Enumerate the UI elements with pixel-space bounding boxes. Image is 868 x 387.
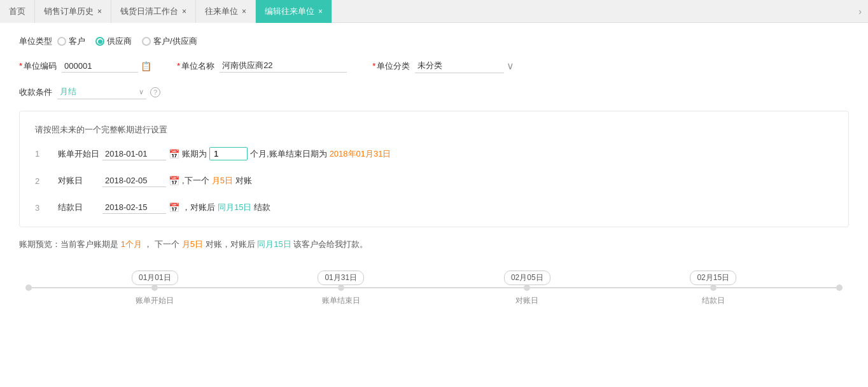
timeline-badge-2: 01月31日 xyxy=(318,271,364,285)
unit-category-select[interactable]: 未分类 ∨ xyxy=(415,59,529,73)
payment-date-cal[interactable]: 📅 xyxy=(169,202,179,213)
close-tab-sales-order-history[interactable]: × xyxy=(97,7,102,16)
unit-type-label: 单位类型 xyxy=(19,36,52,47)
tab-edit-partner[interactable]: 编辑往来单位 × xyxy=(256,0,332,23)
unit-category-star: * xyxy=(372,61,375,71)
tabs-scroll-arrow[interactable]: › xyxy=(852,6,868,17)
period-row-1-suffix: 账期为 xyxy=(182,148,207,160)
timeline-line-4 xyxy=(530,287,710,288)
timeline-node-2: 01月31日 账单结束日 xyxy=(338,285,344,291)
close-tab-edit-partner[interactable]: × xyxy=(318,7,323,16)
reconcile-day-highlight: 月5日 xyxy=(212,175,233,186)
unit-name-input[interactable] xyxy=(220,60,347,73)
timeline-node-3: 02月05日 对账日 xyxy=(524,285,530,291)
timeline-circle-1 xyxy=(151,285,158,291)
payment-terms-field: 收款条件 月结 ∨ ? xyxy=(19,85,160,99)
tab-cash-reconcile[interactable]: 钱货日清工作台 × xyxy=(111,0,196,23)
radio-label-customer: 客户 xyxy=(69,36,85,47)
reconcile-date-cal[interactable]: 📅 xyxy=(169,176,179,186)
timeline-circle-3 xyxy=(524,285,530,291)
period-months-input[interactable] xyxy=(209,147,248,160)
timeline: 01月01日 账单开始日 01月31日 账单结束日 02月05日 对账日 0 xyxy=(25,285,843,291)
unit-info-row: * 单位编码 📋 * 单位名称 * 单位分类 未分类 ∨ xyxy=(19,59,849,73)
radio-label-customer-supplier: 客户/供应商 xyxy=(153,36,197,47)
main-content: 单位类型 客户 供应商 客户/供应商 * 单位编码 xyxy=(0,23,868,387)
period-title: 请按照未来的一个完整帐期进行设置 xyxy=(35,124,833,136)
payment-terms-help[interactable]: ? xyxy=(150,87,160,97)
timeline-sublabel-3: 对账日 xyxy=(515,295,538,306)
unit-code-input[interactable] xyxy=(62,60,138,73)
period-row-1-unit: 个月,账单结束日期为 xyxy=(250,148,327,160)
close-tab-cash-reconcile[interactable]: × xyxy=(182,7,186,16)
timeline-start-circle xyxy=(25,285,32,291)
payment-date-input[interactable] xyxy=(102,201,166,214)
radio-circle-supplier xyxy=(95,37,104,46)
period-row-1: 1 账单开始日 📅 账期为 个月,账单结束日期为 2018年01月31日 xyxy=(35,147,833,160)
unit-code-field: * 单位编码 📋 xyxy=(19,60,151,73)
timeline-sublabel-1: 账单开始日 xyxy=(136,295,174,306)
period-row-3-suffix: 结款 xyxy=(254,202,270,213)
timeline-line-3 xyxy=(344,287,524,288)
unit-code-label: 单位编码 xyxy=(24,60,57,72)
tab-partner-units[interactable]: 往来单位 × xyxy=(196,0,256,23)
tabs-bar: 首页 销售订单历史 × 钱货日清工作台 × 往来单位 × 编辑往来单位 × › xyxy=(0,0,868,23)
timeline-node-1: 01月01日 账单开始日 xyxy=(151,285,158,291)
preview-payment-highlight: 同月15日 xyxy=(257,239,291,249)
period-start-date-cal[interactable]: 📅 xyxy=(169,149,179,159)
timeline-badge-1: 01月01日 xyxy=(132,271,178,285)
radio-supplier[interactable]: 供应商 xyxy=(95,36,132,47)
radio-customer-supplier[interactable]: 客户/供应商 xyxy=(142,36,197,47)
timeline-circle-4 xyxy=(710,285,717,291)
timeline-line-1 xyxy=(32,287,151,288)
preview-payment-suffix: 该客户会给我打款。 xyxy=(293,239,368,249)
timeline-end-circle xyxy=(836,285,843,291)
period-row-2-label: 对账日 xyxy=(58,175,102,186)
preview-reconcile-highlight: 月5日 xyxy=(182,239,203,249)
tab-home[interactable]: 首页 xyxy=(0,0,35,23)
timeline-start-dot xyxy=(25,285,32,291)
unit-category-label: 单位分类 xyxy=(377,60,410,72)
unit-name-label: 单位名称 xyxy=(181,60,214,72)
radio-circle-customer xyxy=(57,37,66,46)
payment-terms-select[interactable]: 月结 ∨ xyxy=(57,85,146,99)
unit-category-field: * 单位分类 未分类 ∨ xyxy=(372,59,529,73)
tab-sales-order-history[interactable]: 销售订单历史 × xyxy=(35,0,111,23)
period-settings-box: 请按照未来的一个完整帐期进行设置 1 账单开始日 📅 账期为 个月,账单结束日期… xyxy=(19,111,849,227)
period-row-1-num: 1 xyxy=(35,149,48,158)
timeline-line-2 xyxy=(158,287,337,288)
unit-code-star: * xyxy=(19,61,22,71)
radio-circle-customer-supplier xyxy=(142,37,151,46)
timeline-sublabel-2: 账单结束日 xyxy=(322,295,360,306)
radio-customer[interactable]: 客户 xyxy=(57,36,85,47)
unit-code-icon[interactable]: 📋 xyxy=(141,61,151,71)
period-row-2-suffix: 对账 xyxy=(235,175,252,186)
period-start-date-input[interactable] xyxy=(102,148,166,160)
preview-text: 账期预览：当前客户账期是 1个月 ， 下一个 月5日 对账，对账后 同月15日 … xyxy=(19,239,849,250)
timeline-wrapper: 01月01日 账单开始日 01月31日 账单结束日 02月05日 对账日 0 xyxy=(19,265,849,316)
payment-terms-value: 月结 xyxy=(60,86,136,97)
unit-name-star: * xyxy=(177,61,180,71)
unit-name-field: * 单位名称 xyxy=(177,60,347,73)
period-row-3: 3 结款日 📅 ，对账后 同月15日 结款 xyxy=(35,201,833,214)
unit-category-value: 未分类 xyxy=(415,59,504,73)
preview-period-highlight: 1个月 xyxy=(121,239,142,249)
close-tab-partner-units[interactable]: × xyxy=(242,7,246,16)
payment-terms-label: 收款条件 xyxy=(19,87,52,98)
payment-terms-row: 收款条件 月结 ∨ ? xyxy=(19,85,849,99)
period-row-2-prefix: ,下一个 xyxy=(182,175,209,186)
preview-label: 账期预览：当前客户账期是 xyxy=(19,239,118,249)
timeline-badge-4: 02月15日 xyxy=(690,271,736,285)
period-row-3-label: 结款日 xyxy=(58,202,102,213)
radio-label-supplier: 供应商 xyxy=(107,36,132,47)
payment-terms-chevron: ∨ xyxy=(139,88,144,96)
preview-reconcile-suffix: 对账，对账后 xyxy=(206,239,255,249)
timeline-node-4: 02月15日 结款日 xyxy=(710,285,717,291)
timeline-sublabel-4: 结款日 xyxy=(702,295,725,306)
preview-comma: ， xyxy=(144,239,152,249)
reconcile-date-input[interactable] xyxy=(102,174,166,187)
period-row-2-num: 2 xyxy=(35,176,48,186)
period-row-3-prefix: ，对账后 xyxy=(182,202,215,213)
period-row-1-label: 账单开始日 xyxy=(58,148,102,160)
timeline-badge-3: 02月05日 xyxy=(504,271,550,285)
timeline-circle-2 xyxy=(338,285,344,291)
